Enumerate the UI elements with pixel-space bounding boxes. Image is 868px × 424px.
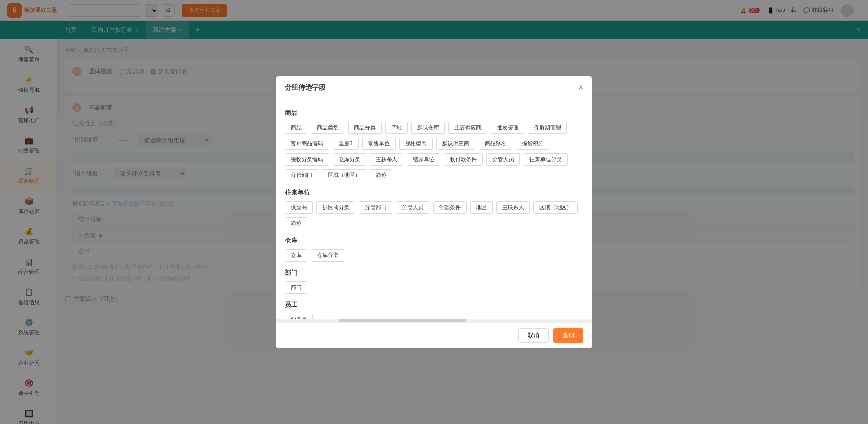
field-tag-0-7[interactable]: 保质期管理 [528, 122, 567, 134]
field-tag-0-1[interactable]: 商品类型 [311, 122, 344, 134]
field-tag-1-6[interactable]: 主联系人 [496, 201, 530, 214]
modal-footer: 取消 查询 [276, 322, 592, 348]
modal-body: 商品商品商品类型商品分类产地默认仓库主要供应商批次管理保质期管理客户商品编码重量… [276, 99, 592, 319]
field-tag-0-10[interactable]: 零售单位 [362, 138, 396, 150]
field-tag-1-4[interactable]: 付款条件 [433, 201, 467, 214]
modal-title: 分组待选字段 [285, 83, 326, 92]
field-tag-1-2[interactable]: 分管部门 [359, 201, 392, 214]
field-tag-2-0[interactable]: 仓库 [285, 249, 307, 262]
section-fields-0: 商品商品类型商品分类产地默认仓库主要供应商批次管理保质期管理客户商品编码重量3零… [285, 122, 583, 181]
field-tag-0-4[interactable]: 默认仓库 [411, 122, 445, 134]
section-fields-1: 供应商供应商分类分管部门分管人员付款条件地区主联系人区域（地区）简称 [285, 201, 583, 229]
field-tag-0-18[interactable]: 结算单位 [407, 153, 440, 166]
field-tag-0-21[interactable]: 往来单位分类 [524, 153, 568, 166]
field-tag-0-13[interactable]: 商品别名 [479, 138, 512, 150]
field-tag-0-5[interactable]: 主要供应商 [448, 122, 487, 134]
field-tag-0-23[interactable]: 区域（地区） [322, 169, 366, 181]
modal-header: 分组待选字段 × [276, 76, 592, 99]
field-tag-1-1[interactable]: 供应商分类 [316, 201, 355, 214]
field-tag-0-6[interactable]: 批次管理 [491, 122, 524, 134]
section-fields-4: 业务员 [285, 314, 583, 319]
field-tag-1-0[interactable]: 供应商 [285, 201, 313, 214]
field-tag-0-3[interactable]: 产地 [385, 122, 408, 134]
field-select-modal: 分组待选字段 × 商品商品商品类型商品分类产地默认仓库主要供应商批次管理保质期管… [276, 76, 592, 348]
field-tag-0-0[interactable]: 商品 [285, 122, 307, 134]
section-fields-2: 仓库仓库分类 [285, 249, 583, 262]
field-tag-1-7[interactable]: 区域（地区） [533, 201, 578, 214]
field-tag-0-9[interactable]: 重量3 [333, 138, 359, 150]
modal-hscroll-thumb [339, 319, 466, 322]
section-title-2: 仓库 [285, 237, 583, 245]
field-tag-0-11[interactable]: 规格型号 [399, 138, 433, 150]
field-tag-0-22[interactable]: 分管部门 [285, 169, 318, 181]
section-fields-3: 部门 [285, 281, 583, 294]
section-title-4: 员工 [285, 301, 583, 309]
field-tag-2-1[interactable]: 仓库分类 [311, 249, 344, 262]
section-title-3: 部门 [285, 269, 583, 277]
field-tag-1-5[interactable]: 地区 [470, 201, 493, 214]
field-tag-0-15[interactable]: 税收分类编码 [285, 153, 329, 166]
field-tag-0-2[interactable]: 商品分类 [348, 122, 382, 134]
field-tag-3-0[interactable]: 部门 [285, 281, 307, 294]
field-tag-4-0[interactable]: 业务员 [285, 314, 313, 319]
field-tag-0-8[interactable]: 客户商品编码 [285, 138, 329, 150]
field-tag-0-12[interactable]: 默认供应商 [436, 138, 475, 150]
modal-overlay: 分组待选字段 × 商品商品商品类型商品分类产地默认仓库主要供应商批次管理保质期管… [0, 0, 868, 424]
field-tag-0-20[interactable]: 分管人员 [486, 153, 520, 166]
field-tag-0-17[interactable]: 主联系人 [370, 153, 403, 166]
field-tag-1-8[interactable]: 简称 [285, 217, 307, 229]
section-title-0: 商品 [285, 109, 583, 117]
field-tag-1-3[interactable]: 分管人员 [396, 201, 429, 214]
modal-horizontal-scrollbar[interactable] [276, 319, 592, 322]
field-tag-0-24[interactable]: 简称 [370, 169, 392, 181]
section-title-1: 往来单位 [285, 189, 583, 197]
field-tag-0-19[interactable]: 收付款条件 [444, 153, 483, 166]
field-tag-0-14[interactable]: 拣货积分 [516, 138, 549, 150]
field-tag-0-16[interactable]: 仓库分类 [333, 153, 366, 166]
modal-close-button[interactable]: × [578, 83, 583, 92]
modal-cancel-button[interactable]: 取消 [518, 328, 549, 343]
modal-confirm-button[interactable]: 查询 [553, 328, 583, 343]
